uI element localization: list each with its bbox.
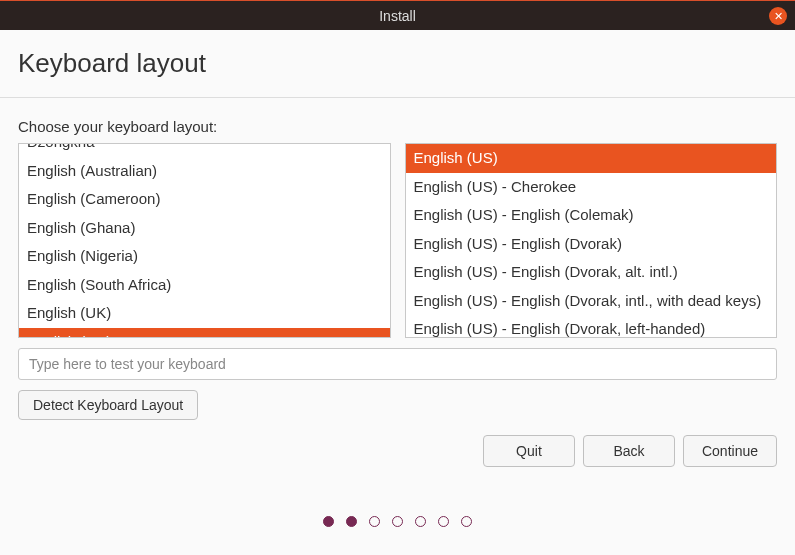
layout-lists: DzongkhaEnglish (Australian)English (Cam… [18, 143, 777, 338]
progress-dot [369, 516, 380, 527]
layout-country-list[interactable]: DzongkhaEnglish (Australian)English (Cam… [18, 143, 391, 338]
list-item[interactable]: English (Ghana) [19, 214, 390, 243]
continue-button[interactable]: Continue [683, 435, 777, 467]
list-item[interactable]: English (US) - English (Dvorak, alt. int… [406, 258, 777, 287]
close-icon[interactable]: ✕ [769, 7, 787, 25]
divider [0, 97, 795, 98]
list-item[interactable]: English (US) [406, 144, 777, 173]
list-item[interactable]: Dzongkha [19, 143, 390, 157]
list-item[interactable]: English (US) - English (Dvorak) [406, 230, 777, 259]
content-area: Keyboard layout Choose your keyboard lay… [0, 30, 795, 420]
prompt-label: Choose your keyboard layout: [18, 118, 777, 135]
titlebar: Install ✕ [0, 0, 795, 30]
progress-dots [0, 516, 795, 527]
quit-button[interactable]: Quit [483, 435, 575, 467]
progress-dot [323, 516, 334, 527]
list-item[interactable]: English (US) - English (Colemak) [406, 201, 777, 230]
progress-dot [415, 516, 426, 527]
window-title: Install [379, 8, 416, 24]
layout-variant-list[interactable]: English (US)English (US) - CherokeeEngli… [405, 143, 778, 338]
list-item[interactable]: English (South Africa) [19, 271, 390, 300]
list-item[interactable]: English (Cameroon) [19, 185, 390, 214]
detect-layout-button[interactable]: Detect Keyboard Layout [18, 390, 198, 420]
list-item[interactable]: English (US) [19, 328, 390, 339]
list-item[interactable]: English (Australian) [19, 157, 390, 186]
progress-dot [438, 516, 449, 527]
page-title: Keyboard layout [18, 48, 777, 79]
keyboard-test-input[interactable] [18, 348, 777, 380]
list-item[interactable]: English (US) - English (Dvorak, left-han… [406, 315, 777, 338]
progress-dot [346, 516, 357, 527]
back-button[interactable]: Back [583, 435, 675, 467]
footer-buttons: Quit Back Continue [483, 435, 777, 467]
list-item[interactable]: English (Nigeria) [19, 242, 390, 271]
list-item[interactable]: English (UK) [19, 299, 390, 328]
list-item[interactable]: English (US) - English (Dvorak, intl., w… [406, 287, 777, 316]
list-item[interactable]: English (US) - Cherokee [406, 173, 777, 202]
progress-dot [392, 516, 403, 527]
progress-dot [461, 516, 472, 527]
